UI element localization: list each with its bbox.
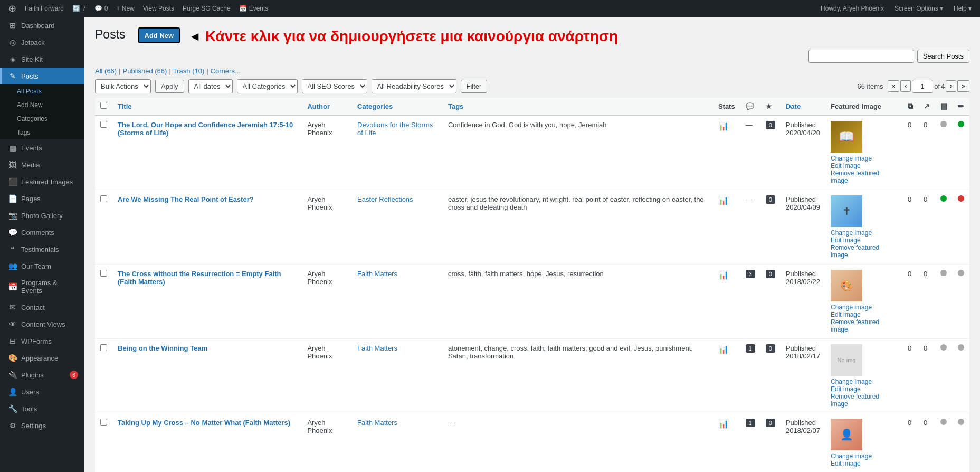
sidebar-item-programs-events[interactable]: 📅 Programs & Events <box>0 275 84 299</box>
remove-image-link[interactable]: Remove featured image <box>831 169 897 184</box>
sidebar-item-photo-gallery[interactable]: 📷 Photo Gallery <box>0 207 84 224</box>
post-title-link[interactable]: Taking Up My Cross – No Matter What (Fai… <box>118 419 290 427</box>
post-title-link[interactable]: The Cross without the Resurrection = Emp… <box>118 270 281 286</box>
post-title-link[interactable]: Are We Missing The Real Point of Easter? <box>118 195 254 203</box>
change-image-link[interactable]: Change image <box>831 304 897 311</box>
apply-button[interactable]: Apply <box>155 80 184 93</box>
change-image-link[interactable]: Change image <box>831 229 897 237</box>
post-star: 0 <box>760 190 781 264</box>
adminbar-events[interactable]: 📅 Events <box>235 0 273 17</box>
remove-image-link[interactable]: Remove featured image <box>831 244 897 259</box>
col-author[interactable]: Author <box>302 98 352 116</box>
category-link[interactable]: Faith Matters <box>357 344 397 352</box>
category-filter-select[interactable]: All Categories <box>237 79 298 93</box>
date-filter-select[interactable]: All dates <box>188 79 233 93</box>
submenu-categories[interactable]: Categories <box>0 112 84 126</box>
sidebar-item-media[interactable]: 🖼 Media <box>0 156 84 173</box>
sidebar-item-users[interactable]: 👤 Users <box>0 383 84 400</box>
sidebar-item-sitekit[interactable]: ◈ Site Kit <box>0 51 84 68</box>
sidebar-item-settings[interactable]: ⚙ Settings <box>0 417 84 434</box>
category-link[interactable]: Faith Matters <box>357 419 397 427</box>
filter-all[interactable]: All (66) <box>95 67 117 75</box>
search-posts-input[interactable] <box>808 50 914 63</box>
page-title: Posts <box>95 27 126 42</box>
edit-image-link[interactable]: Edit image <box>831 162 897 169</box>
sidebar-item-comments[interactable]: 💬 Comments <box>0 224 84 241</box>
col-date[interactable]: Date <box>781 98 825 116</box>
edit-image-link[interactable]: Edit image <box>831 237 897 244</box>
adminbar-howdy[interactable]: Howdy, Aryeh Phoenix <box>816 0 888 17</box>
adminbar-view-posts[interactable]: View Posts <box>139 0 178 17</box>
change-image-link[interactable]: Change image <box>831 452 897 460</box>
adminbar-comments[interactable]: 💬 0 <box>90 0 112 17</box>
next-page-btn[interactable]: › <box>946 80 956 92</box>
sidebar-item-content-views[interactable]: 👁 Content Views <box>0 316 84 333</box>
col-title[interactable]: Title <box>112 98 302 116</box>
current-page-input[interactable] <box>912 80 933 93</box>
sidebar-item-our-team[interactable]: 👥 Our Team <box>0 258 84 275</box>
submenu-tags[interactable]: Tags <box>0 126 84 139</box>
sidebar-item-tools[interactable]: 🔧 Tools <box>0 400 84 417</box>
post-title-link[interactable]: Being on the Winning Team <box>118 344 207 352</box>
row-checkbox[interactable] <box>100 270 107 277</box>
featured-img-cell: ✝ Change image Edit image Remove feature… <box>825 190 902 264</box>
help-btn[interactable]: Help ▾ <box>949 0 976 17</box>
sidebar-item-dashboard[interactable]: ⊞ Dashboard <box>0 17 84 34</box>
row-checkbox[interactable] <box>100 419 107 426</box>
remove-image-link[interactable]: Remove featured image <box>831 393 897 408</box>
first-page-btn[interactable]: « <box>888 80 900 92</box>
last-page-btn[interactable]: » <box>957 80 969 92</box>
bulk-actions-select[interactable]: Bulk Actions <box>95 79 151 93</box>
post-tags: — <box>443 413 713 472</box>
admin-bar: ⊕ Faith Forward 🔄 7 💬 0 + New View Posts… <box>0 0 980 17</box>
edit-image-link[interactable]: Edit image <box>831 311 897 318</box>
category-link[interactable]: Faith Matters <box>357 270 397 278</box>
col-check <box>95 98 112 116</box>
sidebar-item-testimonials[interactable]: ❝ Testimonials <box>0 241 84 258</box>
select-all-checkbox[interactable] <box>100 102 107 109</box>
adminbar-purge[interactable]: Purge SG Cache <box>178 0 235 17</box>
screen-options-btn[interactable]: Screen Options ▾ <box>890 0 947 17</box>
date-value: 2018/02/22 <box>786 278 820 286</box>
col2-val: 0 <box>918 338 935 413</box>
edit-image-link[interactable]: Edit image <box>831 385 897 393</box>
sidebar-item-pages[interactable]: 📄 Pages <box>0 190 84 207</box>
search-posts-button[interactable]: Search Posts <box>917 50 969 63</box>
add-new-button[interactable]: Add New <box>138 27 180 43</box>
post-date: Published 2018/02/22 <box>781 264 825 338</box>
sidebar-item-appearance[interactable]: 🎨 Appearance <box>0 350 84 366</box>
sidebar-item-events[interactable]: ▦ Events <box>0 139 84 156</box>
submenu-all-posts[interactable]: All Posts <box>0 84 84 98</box>
sidebar-item-wpforms[interactable]: ⊟ WPForms <box>0 333 84 350</box>
row-checkbox[interactable] <box>100 121 107 128</box>
change-image-link[interactable]: Change image <box>831 155 897 162</box>
row-checkbox[interactable] <box>100 195 107 202</box>
col-categories[interactable]: Categories <box>352 98 443 116</box>
adminbar-site-name[interactable]: Faith Forward <box>21 0 68 17</box>
filter-published[interactable]: Published (66) <box>123 67 167 75</box>
category-link[interactable]: Devotions for the Storms of Life <box>357 121 433 137</box>
submenu-add-new[interactable]: Add New <box>0 98 84 112</box>
change-image-link[interactable]: Change image <box>831 378 897 385</box>
category-link[interactable]: Easter Reflections <box>357 195 413 203</box>
adminbar-updates[interactable]: 🔄 7 <box>68 0 90 17</box>
filter-trash[interactable]: Trash (10) <box>173 67 204 75</box>
readability-filter-select[interactable]: All Readability Scores <box>372 79 456 93</box>
filter-button[interactable]: Filter <box>461 80 488 93</box>
col-tags[interactable]: Tags <box>443 98 713 116</box>
sidebar-item-featured-images[interactable]: ⬛ Featured Images <box>0 173 84 190</box>
sidebar-item-jetpack[interactable]: ◎ Jetpack <box>0 34 84 51</box>
post-title-link[interactable]: The Lord, Our Hope and Confidence Jeremi… <box>118 121 293 137</box>
sidebar-item-posts[interactable]: ✎ Posts <box>0 68 84 84</box>
remove-image-link[interactable]: Remove featured image <box>831 318 897 333</box>
adminbar-new[interactable]: + New <box>112 0 138 17</box>
edit-image-link[interactable]: Edit image <box>831 460 897 467</box>
seo-filter-select[interactable]: All SEO Scores <box>302 79 367 93</box>
col-icon1: ⧉ <box>902 98 918 116</box>
sidebar-item-contact[interactable]: ✉ Contact <box>0 299 84 316</box>
sidebar-item-plugins[interactable]: 🔌 Plugins 6 <box>0 366 84 383</box>
filter-corners[interactable]: Corners... <box>211 67 241 75</box>
prev-page-btn[interactable]: ‹ <box>900 80 911 92</box>
pagination: « ‹ of 4 › » <box>888 80 969 93</box>
row-checkbox[interactable] <box>100 344 107 351</box>
